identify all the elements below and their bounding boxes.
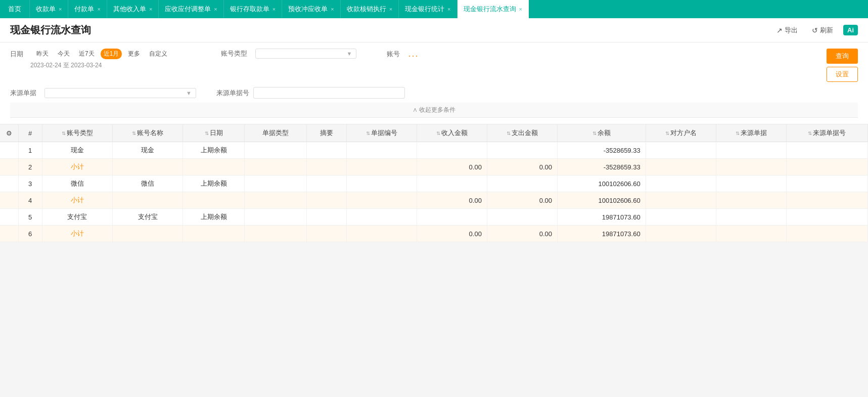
date-opt-7days[interactable]: 近7天 — [76, 49, 98, 59]
table-cell — [245, 192, 306, 209]
close-icon-3[interactable]: × — [214, 6, 217, 12]
balance-column-header[interactable]: ⇅余额 — [558, 124, 646, 142]
table-cell: 上期余额 — [183, 209, 245, 226]
chevron-down-icon: ▼ — [346, 51, 352, 57]
table-cell — [646, 226, 716, 242]
table-cell: 0.00 — [487, 226, 557, 242]
table-cell — [0, 209, 18, 226]
close-icon-4[interactable]: × — [272, 6, 276, 12]
nav-tab-3[interactable]: 应收应付调整单 × — [159, 0, 223, 18]
table-cell — [306, 209, 346, 226]
doc-no-column-header[interactable]: ⇅单据编号 — [346, 124, 417, 142]
source-doc-no-input[interactable] — [253, 87, 405, 99]
table-cell — [646, 192, 716, 209]
source-doc-no-label: 来源单据号 — [216, 89, 249, 98]
table-row: 2小计0.000.00-3528659.33 — [0, 159, 868, 175]
close-icon-0[interactable]: × — [59, 6, 62, 12]
table-cell: 5 — [18, 209, 42, 226]
table-cell — [716, 142, 786, 159]
table-cell — [487, 209, 557, 226]
ai-badge[interactable]: Ai — [843, 25, 858, 35]
table-cell: -3528659.33 — [558, 159, 646, 175]
table-cell — [786, 226, 867, 242]
table-cell: 0.00 — [417, 192, 487, 209]
collapse-bar[interactable]: ∧ 收起更多条件 — [10, 103, 858, 118]
nav-home[interactable]: 首页 — [0, 0, 30, 18]
table-cell: 微信 — [42, 175, 112, 192]
table-cell — [0, 159, 18, 175]
table-cell — [786, 192, 867, 209]
date-opt-custom[interactable]: 自定义 — [146, 49, 170, 59]
table-cell — [646, 142, 716, 159]
table-cell: 2 — [18, 159, 42, 175]
account-type-column-header[interactable]: ⇅账号类型 — [42, 124, 112, 142]
nav-tab-8[interactable]: 现金银行流水查询 × — [458, 0, 529, 18]
source-doc-label: 来源单据 — [10, 89, 40, 98]
nav-tab-2[interactable]: 其他收入单 × — [107, 0, 159, 18]
table-cell — [716, 175, 786, 192]
table-cell — [716, 226, 786, 242]
table-cell — [245, 142, 306, 159]
date-opt-more[interactable]: 更多 — [125, 49, 143, 59]
data-table: ⚙ # ⇅账号类型 ⇅账号名称 ⇅日期 单据类型 摘要 ⇅单据编号 ⇅收入金额 … — [0, 124, 868, 242]
settings-button[interactable]: 设置 — [827, 67, 858, 82]
account-dots-button[interactable]: ... — [406, 49, 421, 59]
doc-type-column-header: 单据类型 — [245, 124, 306, 142]
table-cell: 小计 — [42, 159, 112, 175]
nav-tab-6[interactable]: 收款核销执行 × — [341, 0, 399, 18]
nav-tab-4[interactable]: 银行存取款单 × — [224, 0, 282, 18]
date-opt-today[interactable]: 今天 — [55, 49, 73, 59]
nav-tab-5[interactable]: 预收冲应收单 × — [282, 0, 340, 18]
nav-tab-1[interactable]: 付款单 × — [68, 0, 107, 18]
table-cell — [245, 175, 306, 192]
table-cell: 6 — [18, 226, 42, 242]
source-doc-column-header[interactable]: ⇅来源单据 — [716, 124, 786, 142]
table-cell: -3528659.33 — [558, 142, 646, 159]
close-icon-2[interactable]: × — [149, 6, 152, 12]
account-name-column-header[interactable]: ⇅账号名称 — [112, 124, 182, 142]
table-cell — [346, 159, 417, 175]
table-cell — [0, 175, 18, 192]
counterparty-column-header[interactable]: ⇅对方户名 — [646, 124, 716, 142]
table-row: 4小计0.000.00100102606.60 — [0, 192, 868, 209]
table-cell: 现金 — [112, 142, 182, 159]
date-opt-yesterday[interactable]: 昨天 — [33, 49, 52, 59]
query-button[interactable]: 查询 — [827, 49, 858, 64]
table-wrap: ⚙ # ⇅账号类型 ⇅账号名称 ⇅日期 单据类型 摘要 ⇅单据编号 ⇅收入金额 … — [0, 124, 868, 242]
filter-area: 日期 昨天 今天 近7天 近1月 更多 自定义 2023-02-24 至 202… — [0, 42, 868, 124]
table-cell: 1 — [18, 142, 42, 159]
gear-column-header[interactable]: ⚙ — [0, 124, 18, 142]
table-cell — [306, 159, 346, 175]
table-cell — [786, 142, 867, 159]
refresh-button[interactable]: ↺ 刷新 — [808, 24, 837, 37]
export-button[interactable]: ↗ 导出 — [772, 24, 802, 37]
source-doc-no-column-header[interactable]: ⇅来源单据号 — [786, 124, 867, 142]
date-column-header[interactable]: ⇅日期 — [183, 124, 245, 142]
table-cell — [716, 209, 786, 226]
account-type-select[interactable]: ▼ — [255, 49, 356, 59]
source-doc-select[interactable]: ▼ — [44, 88, 196, 98]
expense-column-header[interactable]: ⇅支出金额 — [487, 124, 557, 142]
table-cell: 小计 — [42, 192, 112, 209]
table-cell — [346, 226, 417, 242]
date-opt-1month[interactable]: 近1月 — [101, 49, 122, 59]
income-column-header[interactable]: ⇅收入金额 — [417, 124, 487, 142]
table-cell: 3 — [18, 175, 42, 192]
table-cell — [487, 142, 557, 159]
index-column-header: # — [18, 124, 42, 142]
close-icon-6[interactable]: × — [389, 6, 392, 12]
table-cell — [417, 142, 487, 159]
close-icon-7[interactable]: × — [447, 6, 450, 12]
close-icon-1[interactable]: × — [97, 6, 100, 12]
table-cell — [346, 192, 417, 209]
close-icon-8[interactable]: × — [519, 6, 522, 12]
table-cell: 现金 — [42, 142, 112, 159]
close-icon-5[interactable]: × — [331, 6, 334, 12]
table-cell — [306, 142, 346, 159]
nav-tab-7[interactable]: 现金银行统计 × — [399, 0, 457, 18]
table-cell: 100102606.60 — [558, 192, 646, 209]
nav-tab-0[interactable]: 收款单 × — [30, 0, 68, 18]
table-cell — [346, 175, 417, 192]
page-header: 现金银行流水查询 ↗ 导出 ↺ 刷新 Ai — [0, 18, 868, 42]
table-cell — [183, 159, 245, 175]
